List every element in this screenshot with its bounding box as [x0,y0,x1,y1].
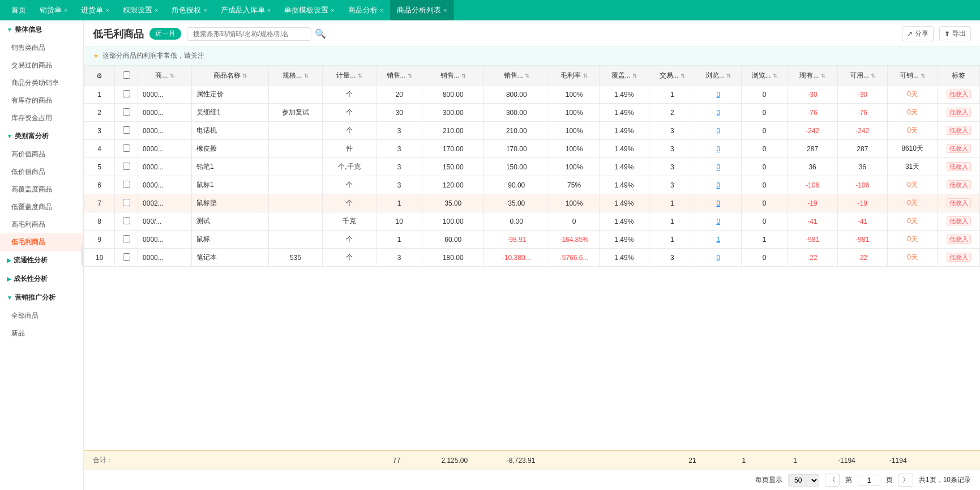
sidebar-item-high-coverage[interactable]: 高覆盖度商品 [0,181,83,198]
row-checkbox[interactable] [123,163,130,170]
sidebar-item-sales-goods[interactable]: 销售类商品 [0,39,83,57]
sidebar-group-category[interactable]: ▼ 类别富分析 [0,127,83,146]
sidebar-item-category-rate[interactable]: 商品分类助销率 [0,74,83,92]
nav-product-analysis-list[interactable]: 商品分析列表 × [390,0,453,20]
col-settings[interactable]: ⚙ [84,66,115,86]
row-checkbox[interactable] [123,235,130,242]
row-checkbox-cell[interactable] [115,140,138,158]
row-checkbox-cell[interactable] [115,194,138,212]
col-days[interactable]: 可销... ⇅ [887,66,937,86]
row-view1[interactable]: 0 [695,194,741,212]
sidebar-item-low-coverage[interactable]: 低覆盖度商品 [0,198,83,216]
close-icon[interactable]: × [64,7,67,14]
row-view1[interactable]: 0 [695,212,741,231]
search-input[interactable] [187,27,311,41]
col-view2[interactable]: 浏览... ⇅ [741,66,787,86]
sidebar-group-growth[interactable]: ▶ 成长性分析 [0,270,83,288]
table-container[interactable]: ⚙ 商... ⇅ 商品名称 ⇅ 规格... ⇅ 计量... ⇅ 销售... ⇅ … [84,66,980,450]
select-all-checkbox[interactable] [123,71,130,79]
col-avail[interactable]: 可用... ⇅ [837,66,887,86]
row-checkbox[interactable] [123,253,130,261]
close-icon[interactable]: × [380,7,383,14]
prev-page-btn[interactable]: 〈 [825,474,840,487]
sidebar-item-low-value[interactable]: 低价值商品 [0,163,83,181]
sidebar-item-new-goods[interactable]: 新品 [0,325,83,342]
nav-product-analysis[interactable]: 商品分析 × [341,0,390,20]
col-margin[interactable]: 毛利率 ⇅ [549,66,599,86]
close-icon[interactable]: × [203,7,207,14]
close-icon[interactable]: × [443,7,447,14]
row-view1[interactable]: 0 [695,176,741,194]
sidebar-collapse-btn[interactable]: « [81,245,84,266]
row-checkbox-cell[interactable] [115,158,138,176]
row-checkbox[interactable] [123,144,130,152]
col-name[interactable]: 商品名称 ⇅ [192,66,269,86]
sidebar-group-flow[interactable]: ▶ 流通性分析 [0,251,83,270]
col-code[interactable]: 商... ⇅ [138,66,192,86]
nav-sales[interactable]: 销货单 × [33,0,74,20]
row-trade: 1 [649,194,695,212]
row-view1[interactable]: 0 [695,140,741,158]
close-icon[interactable]: × [267,7,271,14]
row-checkbox[interactable] [123,217,130,224]
sidebar-group-overall[interactable]: ▼ 整体信息 [0,20,83,39]
row-checkbox-cell[interactable] [115,104,138,122]
row-checkbox[interactable] [123,199,130,206]
row-checkbox-cell[interactable] [115,212,138,231]
row-checkbox[interactable] [123,90,130,97]
row-checkbox-cell[interactable] [115,122,138,140]
close-icon[interactable]: × [155,7,158,14]
nav-home[interactable]: 首页 [5,0,33,20]
col-checkbox[interactable] [115,66,138,86]
row-trade: 1 [649,86,695,104]
row-checkbox[interactable] [123,126,130,134]
share-button[interactable]: ↗ 分享 [902,26,934,41]
next-page-btn[interactable]: 〉 [898,474,913,487]
nav-role-auth[interactable]: 角色授权 × [165,0,213,20]
nav-template-setting[interactable]: 单据模板设置 × [277,0,341,20]
sidebar-item-stock-capital[interactable]: 库存资金占用 [0,109,83,127]
nav-permissions[interactable]: 权限设置 × [116,0,165,20]
page-input[interactable] [858,475,880,486]
row-coverage: 1.49% [599,194,649,212]
sidebar-item-high-value[interactable]: 高价值商品 [0,146,83,163]
sidebar-item-high-margin[interactable]: 高毛利商品 [0,216,83,233]
time-filter-tag[interactable]: 近一月 [149,28,181,40]
sidebar-item-all-goods[interactable]: 全部商品 [0,307,83,325]
col-coverage[interactable]: 覆盖... ⇅ [599,66,649,86]
per-page-select[interactable]: 50 100 [788,474,819,487]
col-trade[interactable]: 交易... ⇅ [649,66,695,86]
row-checkbox-cell[interactable] [115,231,138,249]
col-view1[interactable]: 浏览... ⇅ [695,66,741,86]
sidebar-item-low-margin[interactable]: 低毛利商品 [0,233,83,251]
row-view1[interactable]: 0 [695,104,741,122]
row-trade: 1 [649,231,695,249]
nav-product-entry[interactable]: 产成品入库单 × [214,0,277,20]
row-checkbox-cell[interactable] [115,86,138,104]
sidebar-group-marketing[interactable]: ▼ 营销推广分析 [0,288,83,307]
search-icon[interactable]: 🔍 [315,28,326,39]
close-icon[interactable]: × [331,7,334,14]
row-view1[interactable]: 1 [695,231,741,249]
sidebar-item-traded-goods[interactable]: 交易过的商品 [0,57,83,74]
row-view1[interactable]: 0 [695,249,741,267]
col-price[interactable]: 销售... ⇅ [422,66,484,86]
row-checkbox-cell[interactable] [115,176,138,194]
col-spec[interactable]: 规格... ⇅ [268,66,322,86]
sidebar-item-stock-goods[interactable]: 有库存的商品 [0,92,83,109]
col-qty[interactable]: 销售... ⇅ [376,66,422,86]
close-icon[interactable]: × [105,7,109,14]
row-trade: 3 [649,122,695,140]
row-view1[interactable]: 0 [695,86,741,104]
nav-purchase[interactable]: 进货单 × [74,0,115,20]
col-unit[interactable]: 计量... ⇅ [322,66,376,86]
row-checkbox[interactable] [123,181,130,188]
col-tag[interactable]: 标签 [938,66,980,86]
row-checkbox-cell[interactable] [115,249,138,267]
row-view1[interactable]: 0 [695,158,741,176]
row-view1[interactable]: 0 [695,122,741,140]
col-stock[interactable]: 现有... ⇅ [788,66,837,86]
row-checkbox[interactable] [123,108,130,116]
export-button[interactable]: ⬆ 导出 [939,26,971,41]
col-amount[interactable]: 销售... ⇅ [484,66,549,86]
